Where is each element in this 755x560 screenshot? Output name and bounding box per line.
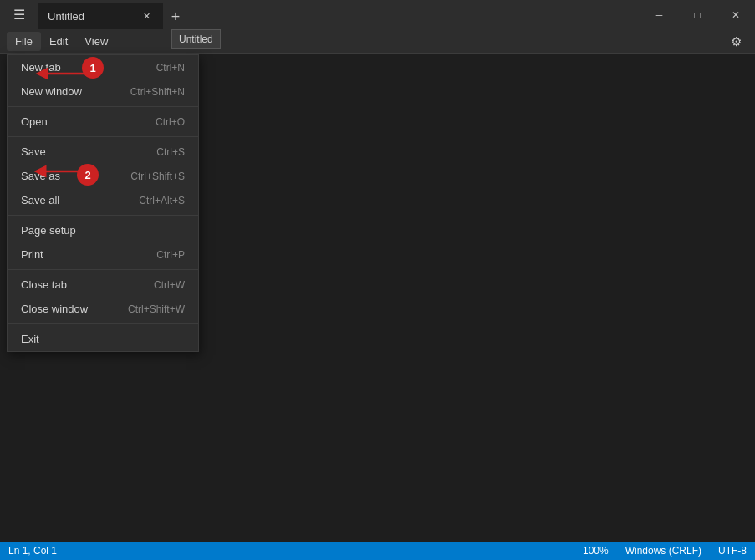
separator-5 (8, 323, 198, 324)
file-dropdown-menu: New tab Ctrl+N New window Ctrl+Shift+N O… (7, 54, 199, 352)
menu-close-tab[interactable]: Close tab Ctrl+W (8, 272, 198, 297)
separator-4 (8, 269, 198, 270)
close-button[interactable]: ✕ (717, 0, 755, 29)
new-tab-button[interactable]: + (163, 4, 188, 29)
title-bar: ☰ Untitled ✕ + ─ □ ✕ (0, 0, 755, 29)
zoom-level[interactable]: 100% (583, 545, 609, 557)
menu-save[interactable]: Save Ctrl+S (8, 140, 198, 164)
menu-save-all[interactable]: Save all Ctrl+Alt+S (8, 188, 198, 212)
cursor-position: Ln 1, Col 1 (8, 545, 57, 557)
menu-file[interactable]: File (7, 32, 41, 51)
menu-edit[interactable]: Edit (41, 32, 76, 51)
maximize-button[interactable]: □ (678, 0, 717, 29)
menu-page-setup[interactable]: Page setup (8, 218, 198, 242)
settings-button[interactable]: ⚙ (723, 29, 748, 54)
tab-close-button[interactable]: ✕ (140, 10, 153, 23)
menu-view[interactable]: View (76, 32, 116, 51)
line-ending[interactable]: Windows (CRLF) (625, 545, 701, 557)
window-controls: ─ □ ✕ (640, 0, 755, 29)
separator-2 (8, 136, 198, 137)
tab-title: Untitled (48, 10, 84, 23)
menu-print[interactable]: Print Ctrl+P (8, 242, 198, 267)
status-bar: Ln 1, Col 1 100% Windows (CRLF) UTF-8 (0, 542, 755, 560)
encoding[interactable]: UTF-8 (718, 545, 747, 557)
menu-new-tab[interactable]: New tab Ctrl+N (8, 55, 198, 79)
menu-open[interactable]: Open Ctrl+O (8, 109, 198, 134)
separator-3 (8, 215, 198, 216)
active-tab[interactable]: Untitled ✕ (38, 3, 163, 29)
separator-1 (8, 106, 198, 107)
menu-close-window[interactable]: Close window Ctrl+Shift+W (8, 297, 198, 321)
status-right: 100% Windows (CRLF) UTF-8 (583, 545, 747, 557)
menu-new-window[interactable]: New window Ctrl+Shift+N (8, 79, 198, 104)
app-menu-icon[interactable]: ☰ (0, 0, 38, 29)
tab-area: Untitled ✕ + (38, 0, 640, 29)
menu-exit[interactable]: Exit (8, 327, 198, 351)
menu-bar: File Edit View ⚙ (0, 29, 755, 54)
menu-save-as[interactable]: Save as Ctrl+Shift+S (8, 164, 198, 188)
minimize-button[interactable]: ─ (640, 0, 678, 29)
